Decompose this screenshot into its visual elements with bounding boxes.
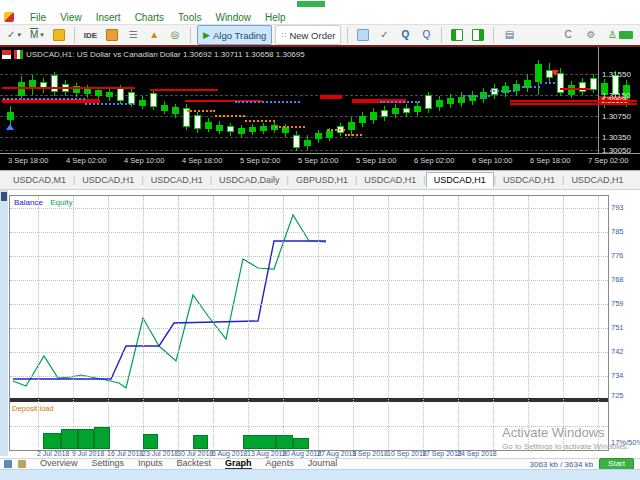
grid-line bbox=[178, 196, 179, 450]
candle-body bbox=[227, 126, 234, 132]
toolbar-separator bbox=[347, 27, 348, 43]
chart-tab-usdcad-daily[interactable]: USDCAD,Daily bbox=[212, 173, 287, 187]
settings-button[interactable]: ⚙ bbox=[582, 26, 600, 44]
chart-tab-usdcad-h1[interactable]: USDCAD,H1 bbox=[426, 172, 494, 188]
community-button[interactable]: ♙ bbox=[605, 26, 636, 44]
grid-line bbox=[598, 196, 599, 450]
grid-line bbox=[0, 150, 598, 151]
new-chart-icon: M bbox=[30, 30, 38, 40]
alerts-button[interactable]: ▲ bbox=[145, 26, 163, 44]
candle-body bbox=[326, 131, 333, 138]
tester-mini-icon[interactable] bbox=[18, 460, 26, 468]
chart-mode-button[interactable]: ✓ bbox=[375, 26, 393, 44]
menu-item-help[interactable]: Help bbox=[265, 12, 286, 23]
strategy-tester-button[interactable]: ▤ bbox=[500, 26, 518, 44]
chevron-down-icon: ▾ bbox=[40, 31, 44, 39]
gear-icon: ⚙ bbox=[587, 30, 596, 40]
indicator-segment bbox=[3, 98, 85, 100]
grid-line bbox=[108, 196, 109, 450]
toolbar-separator bbox=[493, 27, 494, 43]
candle-body bbox=[172, 107, 179, 114]
candle-body bbox=[348, 122, 355, 130]
indicator-segment bbox=[215, 115, 245, 117]
new-chart-button[interactable]: M▾ bbox=[27, 26, 47, 44]
ide-button[interactable]: IDE bbox=[81, 26, 100, 44]
algo-trading-button[interactable]: ▶Algo Trading bbox=[197, 25, 272, 45]
new-order-button[interactable]: ∷New Order bbox=[275, 25, 341, 45]
menu-item-window[interactable]: Window bbox=[215, 12, 251, 23]
chart-tab-usdcad-h1[interactable]: USDCAD,H1 bbox=[75, 173, 141, 187]
refresh-button[interactable]: C bbox=[559, 26, 577, 44]
toolbox-mini-icon[interactable] bbox=[4, 460, 12, 468]
check-icon: ✓ bbox=[380, 30, 388, 40]
graph-date-label: 9 Jul 2018 bbox=[72, 450, 104, 457]
cursor-icon: ✓ bbox=[7, 30, 15, 40]
time-axis-label: 7 Sep 02:00 bbox=[588, 156, 628, 165]
chart-tab-usdcad-m1[interactable]: USDCAD,M1 bbox=[6, 173, 73, 187]
tester-graph-pane[interactable]: Balance Equity Deposit load bbox=[9, 195, 609, 451]
indicator-segment bbox=[490, 90, 515, 92]
candle-body bbox=[557, 73, 564, 93]
indicator-segment bbox=[515, 86, 540, 88]
menu-item-charts[interactable]: Charts bbox=[135, 12, 164, 23]
menu-item-insert[interactable]: Insert bbox=[96, 12, 121, 23]
candle-body bbox=[579, 82, 586, 92]
watermark-line2: Go to Settings to activate Windows. bbox=[502, 442, 628, 451]
indicator-segment bbox=[380, 101, 420, 103]
candle-body bbox=[260, 126, 267, 131]
refresh-icon: C bbox=[564, 30, 571, 40]
period-up-button[interactable] bbox=[448, 26, 466, 44]
graph-date-label: 13 Aug 2018 bbox=[247, 450, 286, 457]
search-button[interactable]: ◎ bbox=[166, 26, 184, 44]
grid-line bbox=[423, 196, 424, 450]
chart-tab-usdcad-h1[interactable]: USDCAD,H1 bbox=[357, 173, 423, 187]
time-axis-label: 3 Sep 18:00 bbox=[8, 156, 48, 165]
candle-body bbox=[51, 75, 58, 92]
chart-tab-usdcad-h1[interactable]: USDCAD,H1 bbox=[144, 173, 210, 187]
candle-body bbox=[392, 108, 399, 114]
time-axis-label: 5 Sep 02:00 bbox=[240, 156, 280, 165]
time-axis-label: 6 Sep 18:00 bbox=[530, 156, 570, 165]
grid-line bbox=[0, 95, 598, 96]
indicator-segment bbox=[275, 126, 305, 128]
buy-arrow-icon bbox=[6, 124, 14, 130]
graph-date-label: 3 Sep 2018 bbox=[352, 450, 388, 457]
menu-item-tools[interactable]: Tools bbox=[178, 12, 201, 23]
balance-equity-graph bbox=[10, 196, 608, 450]
panel-edge-strip[interactable] bbox=[0, 190, 8, 456]
zoom-out-button[interactable]: Q bbox=[417, 26, 435, 44]
navigator-button[interactable]: ☰ bbox=[124, 26, 142, 44]
candle-body bbox=[7, 112, 14, 120]
chart-tab-usdcad-h1[interactable]: USDCAD,H1 bbox=[496, 173, 562, 187]
grid-line bbox=[0, 116, 598, 117]
period-down-button[interactable] bbox=[469, 26, 487, 44]
market-watch-button[interactable] bbox=[103, 26, 121, 44]
crosshair-button[interactable] bbox=[354, 26, 372, 44]
graph-axis-label: 725 bbox=[611, 391, 624, 400]
chart-tab-gbpusd-h1[interactable]: GBPUSD,H1 bbox=[289, 173, 355, 187]
crosshair-icon bbox=[357, 29, 369, 41]
grid-line bbox=[388, 196, 389, 450]
grid-line bbox=[0, 74, 598, 75]
deposit-load-bar bbox=[243, 435, 276, 449]
chart-header: USDCAD,H1: US Dollar vs Canadian Dollar … bbox=[2, 50, 305, 59]
algo-trading-label: Algo Trading bbox=[213, 30, 266, 41]
cursor-tool-button[interactable]: ✓▾ bbox=[4, 26, 24, 44]
balance-line bbox=[13, 241, 326, 379]
zoom-out-icon: Q bbox=[423, 30, 431, 40]
menu-item-file[interactable]: File bbox=[30, 12, 46, 23]
menu-bar: FileViewInsertChartsToolsWindowHelp bbox=[0, 10, 640, 24]
candlestick-chart[interactable]: USDCAD,H1: US Dollar vs Canadian Dollar … bbox=[0, 47, 640, 170]
price-axis-label: 1.30350 bbox=[602, 133, 631, 142]
play-icon: ▶ bbox=[203, 30, 210, 40]
price-axis-label: 1.30750 bbox=[602, 112, 631, 121]
menu-item-view[interactable]: View bbox=[60, 12, 82, 23]
watermark-line1: Activate Windows bbox=[502, 425, 628, 440]
zoom-in-button[interactable]: Q bbox=[396, 26, 414, 44]
grid-line bbox=[10, 328, 608, 329]
indicator-segment bbox=[2, 87, 135, 89]
toolbox-button[interactable] bbox=[50, 26, 68, 44]
graph-axis-label: 759 bbox=[611, 299, 624, 308]
chart-tab-usdcad-h1[interactable]: USDCAD,H1 bbox=[564, 173, 630, 187]
graph-axis-label: 793 bbox=[611, 203, 624, 212]
